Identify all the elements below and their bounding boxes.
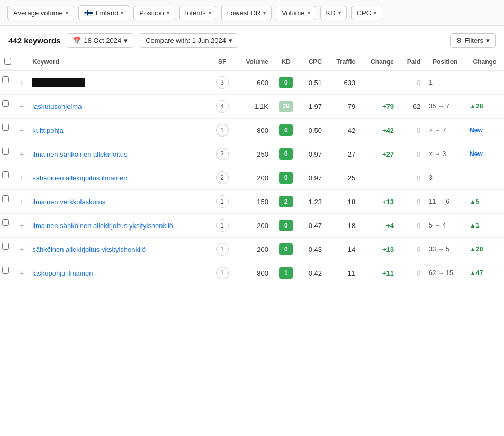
add-icon[interactable]: + <box>20 78 24 87</box>
chevron-down-icon: ▾ <box>338 10 341 16</box>
row-checkbox-cell <box>0 95 11 112</box>
add-icon[interactable]: + <box>20 245 24 253</box>
cpc-filter[interactable]: CPC ▾ <box>351 6 382 20</box>
change-cell: +42 <box>359 119 398 142</box>
traffic-cell: 18 <box>326 214 359 238</box>
kd-badge: 0 <box>279 148 293 160</box>
kd-filter[interactable]: KD ▾ <box>320 6 347 20</box>
row-checkbox[interactable] <box>2 171 9 178</box>
add-icon[interactable]: + <box>20 221 24 230</box>
pos-change-cell: ▲5 <box>465 190 504 214</box>
pos-change-value: ▲1 <box>470 222 500 229</box>
intents-label: Intents <box>185 9 206 17</box>
table-row: +ilmainen sähköinen allekirjoitus225000.… <box>0 142 504 166</box>
traffic-cell: 79 <box>326 95 359 119</box>
volume-cell: 200 <box>235 166 273 190</box>
paid-value: 0 <box>417 126 420 134</box>
pos-change-value: ▲47 <box>470 269 500 277</box>
compare-button[interactable]: Compare with: 1 Jun 2024 ▾ <box>140 33 238 48</box>
position-value: 33 → 5 <box>429 246 461 253</box>
keyword-link[interactable]: ilmainen verkkolaskutus <box>32 198 105 206</box>
cpc-cell: 1.97 <box>300 95 326 119</box>
filters-button[interactable]: ⚙ Filters ▾ <box>450 33 496 48</box>
sf-badge: 3 <box>216 76 229 89</box>
keyword-link[interactable]: laskupohja ilmainen <box>32 269 93 277</box>
row-checkbox[interactable] <box>2 124 9 131</box>
pos-change-value: ▲28 <box>470 246 500 253</box>
keyword-link[interactable]: ilmainen sähköinen allekirjoitus yksityi… <box>32 222 173 230</box>
keyword-count: 442 keywords <box>8 36 60 45</box>
sf-badge: 1 <box>216 219 229 232</box>
add-icon[interactable]: + <box>20 174 24 182</box>
pos-change-value: ▲28 <box>470 103 500 110</box>
keyword-link[interactable]: sähköinen allekirjoitus ilmainen <box>32 174 127 182</box>
sf-cell: 2 <box>209 142 235 166</box>
kd-cell: 0 <box>273 238 300 261</box>
kd-label: KD <box>326 9 336 17</box>
keyword-cell: ilmainen sähköinen allekirjoitus yksityi… <box>28 214 209 238</box>
table-row: +ilmainen verkkolaskutus115021.2318+1301… <box>0 190 504 214</box>
add-cell: + <box>15 238 28 261</box>
keyword-link[interactable]: laskutusohjelma <box>32 103 82 111</box>
add-cell: + <box>15 95 28 119</box>
table-row: +laskupohja ilmainen180010.4211+11062 → … <box>0 261 504 285</box>
add-icon[interactable]: + <box>20 126 24 134</box>
keywords-table-container: Keyword SF Volume KD CPC Traffic Change … <box>0 53 504 285</box>
sf-badge: 1 <box>216 124 229 137</box>
add-icon[interactable]: + <box>20 102 24 111</box>
row-checkbox[interactable] <box>2 195 9 202</box>
redacted-keyword <box>32 78 85 87</box>
row-checkbox-cell <box>0 71 11 88</box>
select-all-header[interactable] <box>0 53 15 71</box>
kd-col-header: KD <box>273 53 300 71</box>
traffic-col-header: Traffic <box>326 53 359 71</box>
cpc-cell: 0.97 <box>300 142 326 166</box>
row-checkbox[interactable] <box>2 76 9 83</box>
traffic-cell: 14 <box>326 238 359 261</box>
sf-badge: 2 <box>216 148 229 160</box>
change-value: +42 <box>382 126 394 134</box>
volume-label: Volume <box>282 9 304 17</box>
volume-filter[interactable]: Volume ▾ <box>276 6 316 20</box>
paid-value: 0 <box>417 174 420 182</box>
kd-badge: 1 <box>279 267 293 279</box>
row-checkbox[interactable] <box>2 100 9 107</box>
paid-value: 0 <box>417 246 420 253</box>
keyword-cell: kuittipohja <box>28 119 209 142</box>
date-picker-button[interactable]: 📅 18 Oct 2024 ▾ <box>67 33 133 48</box>
keyword-link[interactable]: kuittipohja <box>32 126 64 134</box>
lowest-dr-filter[interactable]: Lowest DR ▾ <box>221 6 272 20</box>
paid-cell: 0 <box>398 214 425 238</box>
row-checkbox[interactable] <box>2 148 9 155</box>
kd-badge: 0 <box>279 172 293 184</box>
position-cell: 5 → 4 <box>425 214 465 238</box>
kd-badge: 2 <box>279 196 293 207</box>
keyword-cell: laskupohja ilmainen <box>28 261 209 285</box>
add-icon[interactable]: + <box>20 197 24 206</box>
pos-change-cell: ▲1 <box>465 214 504 238</box>
row-checkbox[interactable] <box>2 267 9 274</box>
row-checkbox[interactable] <box>2 219 9 226</box>
add-icon[interactable]: + <box>20 150 24 158</box>
row-checkbox[interactable] <box>2 243 9 250</box>
position-value: 1 <box>429 79 461 86</box>
pos-change-value: New <box>470 150 500 158</box>
keyword-link[interactable]: ilmainen sähköinen allekirjoitus <box>32 150 127 158</box>
add-icon[interactable]: + <box>20 269 24 277</box>
position-cell: 33 → 5 <box>425 238 465 261</box>
change-col-header: Change <box>359 53 398 71</box>
sf-badge: 1 <box>216 243 229 256</box>
finland-filter[interactable]: 🇫🇮 Finland ▾ <box>78 5 130 20</box>
intents-filter[interactable]: Intents ▾ <box>179 6 217 20</box>
position-filter[interactable]: Position ▾ <box>133 6 175 20</box>
keyword-link[interactable]: sähköinen allekirjoitus yksityishenkilö <box>32 246 146 253</box>
change-cell: +11 <box>359 261 398 285</box>
avg-volume-filter[interactable]: Average volume ▾ <box>7 6 74 20</box>
table-row: +kuittipohja180000.5042+420× → 7New <box>0 119 504 142</box>
select-all-checkbox[interactable] <box>4 58 11 65</box>
add-cell: + <box>15 142 28 166</box>
cpc-cell: 0.51 <box>300 71 326 95</box>
position-cell: × → 3 <box>425 142 465 166</box>
change-value: +13 <box>382 198 394 206</box>
traffic-cell: 42 <box>326 119 359 142</box>
